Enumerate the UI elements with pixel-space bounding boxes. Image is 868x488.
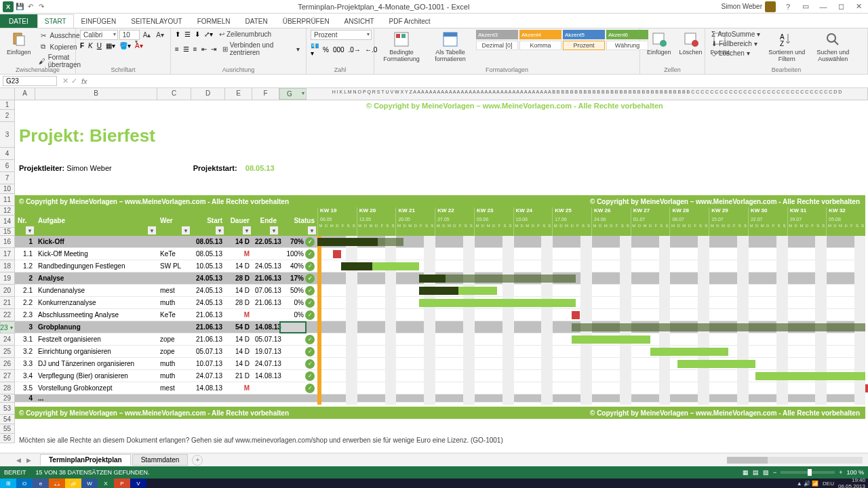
paste-button[interactable]: Einfügen [4, 30, 34, 57]
accept-formula-icon[interactable]: ✓ [71, 77, 77, 85]
horizontal-scrollbar[interactable] [727, 457, 863, 464]
col-header[interactable]: A [15, 88, 35, 100]
find-button[interactable]: Suchen und Auswählen [811, 30, 854, 64]
fill-color-button[interactable]: 🪣▾ [119, 42, 131, 49]
font-family-select[interactable]: Calibri [80, 30, 118, 40]
filter-icon[interactable]: ▾ [26, 226, 34, 235]
font-size-select[interactable]: 10 [119, 30, 140, 40]
tab-file[interactable]: DATEI [0, 14, 37, 28]
add-sheet-button[interactable]: + [192, 455, 203, 466]
autosum-button[interactable]: ΣAutoSumme▾ [709, 30, 762, 39]
tab-insert[interactable]: EINFÜGEN [74, 14, 124, 28]
tab-page-layout[interactable]: SEITENLAYOUT [123, 14, 189, 28]
spreadsheet-grid[interactable]: A B C D E F G H I K L M N O P Q R S T U … [0, 88, 868, 454]
style-dezimal[interactable]: Dezimal [0] [476, 41, 518, 50]
maximize-icon[interactable]: ◻ [833, 1, 849, 13]
style-accent3[interactable]: Akzent3 [476, 30, 518, 39]
filter-icon[interactable]: ▾ [148, 226, 156, 235]
align-center-icon[interactable]: ☰ [183, 45, 189, 53]
cancel-formula-icon[interactable]: ✕ [62, 77, 68, 85]
tray-lang[interactable]: DEU [823, 481, 834, 487]
orientation-icon[interactable]: ⤢▾ [204, 30, 213, 38]
tab-review[interactable]: ÜBERPRÜFEN [275, 14, 337, 28]
explorer-icon[interactable]: 📁 [65, 479, 81, 488]
align-right-icon[interactable]: ≡ [193, 45, 197, 53]
select-all-corner[interactable] [0, 88, 15, 100]
decimal-inc-icon[interactable]: .0→ [349, 46, 361, 54]
word-icon[interactable]: W [81, 479, 98, 488]
ie-icon[interactable]: e [33, 479, 49, 488]
tab-start[interactable]: START [37, 14, 74, 28]
tray-time[interactable]: 19:40 [852, 477, 865, 483]
firefox-icon[interactable]: 🦊 [49, 479, 65, 488]
view-normal-icon[interactable]: ▦ [743, 469, 749, 476]
ribbon-collapse-icon[interactable]: ▭ [797, 1, 814, 13]
redo-icon[interactable]: ↷ [37, 2, 46, 12]
tab-data[interactable]: DATEN [238, 14, 275, 28]
zoom-in-icon[interactable]: + [839, 469, 842, 476]
sort-filter-button[interactable]: AZSortieren und Filtern [765, 30, 808, 64]
col-header-range[interactable]: H I K L M N O P Q R S T U V W X Y Z A A … [307, 88, 868, 100]
minimize-icon[interactable]: — [815, 1, 831, 13]
format-table-button[interactable]: Als Tabelle formatieren [427, 30, 473, 64]
start-button[interactable]: ⊞ [0, 479, 16, 488]
border-button[interactable]: ▦▾ [106, 42, 115, 49]
filter-icon[interactable]: ▾ [182, 226, 190, 235]
decrease-font-icon[interactable]: A▾ [154, 30, 166, 39]
tray-icons[interactable]: ▲ 🔊 📶 [797, 481, 818, 487]
col-header[interactable]: D [191, 88, 225, 100]
outlook-icon[interactable]: O [16, 479, 33, 488]
percent-icon[interactable]: % [323, 46, 329, 54]
wrap-text-button[interactable]: ↩Zeilenumbruch [217, 30, 273, 39]
filter-icon[interactable]: ▾ [270, 226, 278, 235]
zoom-slider[interactable] [781, 471, 835, 474]
bold-button[interactable]: F [80, 42, 84, 49]
help-icon[interactable]: ? [780, 1, 796, 13]
tab-pdf[interactable]: PDF Architect [382, 14, 438, 28]
tab-view[interactable]: ANSICHT [337, 14, 382, 28]
tray-date[interactable]: 06.05.2013 [838, 483, 865, 488]
sheet-tab-active[interactable]: TerminplanProjektplan [40, 454, 131, 466]
underline-button[interactable]: U [97, 42, 102, 49]
save-icon[interactable]: 💾 [15, 2, 24, 12]
style-accent4[interactable]: Akzent4 [519, 30, 561, 39]
col-header[interactable]: E [225, 88, 252, 100]
currency-icon[interactable]: 💶▾ [311, 42, 319, 57]
col-header[interactable]: B [35, 88, 157, 100]
align-top-icon[interactable]: ⬆ [175, 30, 180, 38]
col-header[interactable]: G [279, 88, 307, 100]
filter-icon[interactable]: ▾ [243, 226, 251, 235]
undo-icon[interactable]: ↶ [26, 2, 35, 12]
zoom-level[interactable]: 100 % [846, 469, 864, 476]
indent-inc-icon[interactable]: ⇥ [211, 45, 216, 53]
formula-input[interactable] [92, 77, 868, 85]
view-break-icon[interactable]: ▧ [763, 469, 769, 476]
comma-icon[interactable]: 000 [333, 46, 344, 54]
tab-formulas[interactable]: FORMELN [190, 14, 238, 28]
italic-button[interactable]: K [88, 42, 93, 49]
align-bottom-icon[interactable]: ⬇ [195, 30, 200, 38]
name-box[interactable]: G23 [3, 76, 57, 86]
visio-icon[interactable]: V [130, 479, 146, 488]
cond-format-button[interactable]: Bedingte Formatierung [378, 30, 425, 64]
align-left-icon[interactable]: ≡ [175, 45, 179, 53]
user-account[interactable]: Simon Weber [722, 1, 776, 12]
close-icon[interactable]: ✕ [850, 1, 867, 13]
col-header[interactable]: F [252, 88, 279, 100]
zoom-out-icon[interactable]: − [773, 469, 776, 476]
filter-icon[interactable]: ▾ [216, 226, 224, 235]
number-format-select[interactable]: Prozent [311, 30, 372, 40]
powerpoint-icon[interactable]: P [114, 479, 130, 488]
sheet-tab[interactable]: Stammdaten [132, 454, 189, 466]
insert-cell-button[interactable]: Einfügen [644, 30, 674, 57]
fx-icon[interactable]: fx [81, 77, 87, 85]
indent-dec-icon[interactable]: ⇤ [201, 45, 207, 53]
style-prozent[interactable]: Prozent [563, 41, 605, 50]
style-komma[interactable]: Komma [519, 41, 561, 50]
style-accent5[interactable]: Akzent5 [563, 30, 605, 39]
fill-button[interactable]: ⬇Füllbereich▾ [709, 39, 762, 48]
view-page-icon[interactable]: ▤ [753, 469, 759, 476]
merge-button[interactable]: ⊞Verbinden und zentrieren▾ [220, 41, 302, 57]
align-middle-icon[interactable]: ☰ [184, 30, 191, 38]
increase-font-icon[interactable]: A▴ [141, 30, 153, 39]
